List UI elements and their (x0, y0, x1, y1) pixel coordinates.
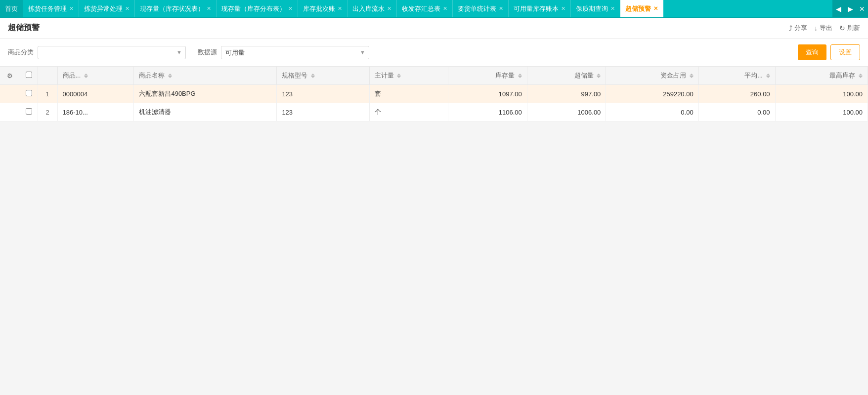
category-label: 商品分类 (8, 48, 34, 57)
close-icon[interactable]: ✕ (653, 5, 658, 12)
nav-label-stock-dist: 现存量（库存分布表） (221, 4, 286, 13)
sort-icon (690, 74, 694, 78)
settings-button[interactable]: 设置 (830, 44, 860, 60)
row-checkbox[interactable] (26, 108, 32, 115)
nav-label-avail: 可用量库存账本 (514, 4, 559, 13)
sort-icon (518, 74, 522, 78)
nav-next-button[interactable]: ▶ (844, 0, 856, 18)
col-stock[interactable]: 库存量 (448, 67, 527, 85)
select-all-checkbox[interactable] (26, 72, 32, 78)
row-product-code: 186-10... (57, 103, 134, 121)
sort-icon (859, 74, 863, 78)
nav-label-inout: 出入库流水 (352, 4, 385, 13)
datasource-label: 数据源 (198, 48, 217, 57)
nav-item-batch[interactable]: 库存批次账 ✕ (298, 0, 347, 17)
row-spec: 123 (277, 85, 369, 103)
nav-item-home[interactable]: 首页 (0, 0, 23, 17)
nav-item-overstock[interactable]: 超储预警 ✕ (620, 0, 663, 17)
nav-close-button[interactable]: ✕ (856, 0, 868, 18)
col-stock-label: 库存量 (495, 72, 515, 79)
col-spec[interactable]: 规格型号 (277, 67, 369, 85)
datasource-select[interactable]: 可用量 (221, 46, 369, 59)
col-avg-label: 平均... (744, 72, 763, 79)
col-settings[interactable]: ⚙ (0, 67, 20, 85)
close-icon[interactable]: ✕ (610, 5, 615, 12)
close-icon[interactable]: ✕ (125, 5, 130, 12)
category-select-wrapper: ▼ (38, 46, 186, 59)
close-icon[interactable]: ✕ (499, 5, 503, 12)
row-avg: 0.00 (698, 103, 775, 121)
col-unit[interactable]: 主计量 (369, 67, 448, 85)
row-checkbox[interactable] (26, 90, 32, 96)
row-number: 1 (38, 85, 57, 103)
row-checkbox-cell (20, 85, 38, 103)
nav-item-expiry[interactable]: 保质期查询 ✕ (571, 0, 620, 17)
nav-label-summary: 收发存汇总表 (402, 4, 440, 13)
col-product-name-label: 商品名称 (139, 72, 165, 79)
col-product-code-label: 商品... (63, 72, 81, 79)
close-icon[interactable]: ✕ (207, 5, 211, 12)
sort-icon (397, 74, 401, 78)
header-actions: ⤴ 分享 ↓ 导出 ↻ 刷新 (789, 24, 860, 33)
nav-item-exception[interactable]: 拣货异常处理 ✕ (79, 0, 135, 17)
col-avg[interactable]: 平均... (698, 67, 775, 85)
share-label: 分享 (794, 24, 807, 33)
col-product-code[interactable]: 商品... (57, 67, 134, 85)
nav-label-expiry: 保质期查询 (576, 4, 608, 13)
page-header: 超储预警 ⤴ 分享 ↓ 导出 ↻ 刷新 (0, 18, 868, 39)
close-icon[interactable]: ✕ (69, 5, 74, 12)
filter-bar: 商品分类 ▼ 数据源 可用量 ▼ 查询 设置 (0, 39, 868, 67)
row-max-stock: 100.00 (775, 85, 868, 103)
share-button[interactable]: ⤴ 分享 (789, 24, 807, 33)
filter-category: 商品分类 ▼ (8, 46, 186, 59)
sort-icon (84, 74, 88, 78)
col-max-stock[interactable]: 最高库存 (775, 67, 868, 85)
nav-item-avail[interactable]: 可用量库存账本 ✕ (509, 0, 571, 17)
row-checkbox-cell (20, 103, 38, 121)
row-max-stock: 100.00 (775, 103, 868, 121)
col-capital-label: 资金占用 (660, 72, 686, 79)
col-row-num (38, 67, 57, 85)
datasource-select-wrapper: 可用量 ▼ (221, 46, 369, 59)
nav-item-inout[interactable]: 出入库流水 ✕ (347, 0, 397, 17)
sort-icon (766, 74, 770, 78)
nav-item-stock-status[interactable]: 现存量（库存状况表） ✕ (135, 0, 217, 17)
table-row: 1 0000004 六配套新昌490BPG 123 套 1097.00 997.… (0, 85, 868, 103)
col-over-stock[interactable]: 超储量 (527, 67, 606, 85)
row-over-stock: 997.00 (527, 85, 606, 103)
nav-prev-button[interactable]: ◀ (832, 0, 844, 18)
refresh-icon: ↻ (839, 24, 845, 32)
nav-label-task: 拣货任务管理 (28, 4, 67, 13)
refresh-label: 刷新 (847, 24, 860, 33)
export-button[interactable]: ↓ 导出 (814, 24, 832, 33)
nav-item-task[interactable]: 拣货任务管理 ✕ (23, 0, 79, 17)
refresh-button[interactable]: ↻ 刷新 (839, 24, 860, 33)
nav-item-order-stat[interactable]: 要货单统计表 ✕ (453, 0, 509, 17)
nav-label-batch: 库存批次账 (303, 4, 335, 13)
close-icon[interactable]: ✕ (338, 5, 342, 12)
table-body: 1 0000004 六配套新昌490BPG 123 套 1097.00 997.… (0, 85, 868, 121)
row-gear-cell (0, 103, 20, 121)
close-icon[interactable]: ✕ (561, 5, 565, 12)
close-icon[interactable]: ✕ (387, 5, 391, 12)
row-capital: 259220.00 (606, 85, 698, 103)
close-icon[interactable]: ✕ (443, 5, 447, 12)
nav-label-order-stat: 要货单统计表 (458, 4, 496, 13)
filter-buttons: 查询 设置 (798, 44, 860, 60)
col-capital[interactable]: 资金占用 (606, 67, 698, 85)
category-select[interactable] (38, 46, 186, 59)
col-max-stock-label: 最高库存 (829, 72, 855, 79)
nav-item-stock-dist[interactable]: 现存量（库存分布表） ✕ (217, 0, 298, 17)
nav-item-summary[interactable]: 收发存汇总表 ✕ (397, 0, 453, 17)
filter-datasource: 数据源 可用量 ▼ (198, 46, 369, 59)
row-over-stock: 1006.00 (527, 103, 606, 121)
row-stock: 1106.00 (448, 103, 527, 121)
nav-label-home: 首页 (5, 4, 18, 13)
row-unit: 个 (369, 103, 448, 121)
sort-icon (168, 74, 172, 78)
col-product-name[interactable]: 商品名称 (134, 67, 277, 85)
query-button[interactable]: 查询 (798, 44, 826, 60)
close-icon[interactable]: ✕ (288, 5, 293, 12)
row-number: 2 (38, 103, 57, 121)
page-title: 超储预警 (8, 23, 40, 33)
